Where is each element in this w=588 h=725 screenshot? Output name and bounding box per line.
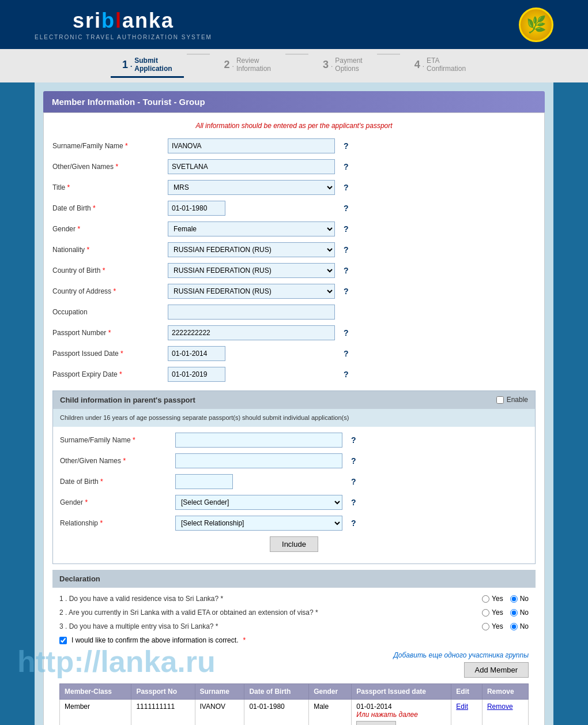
occupation-input-wrapper: [168, 305, 335, 320]
child-gender-label: Gender *: [60, 498, 175, 506]
child-gender-help-icon[interactable]: ?: [351, 498, 363, 507]
dob-input[interactable]: [168, 201, 225, 216]
gender-help-icon[interactable]: ?: [344, 224, 355, 234]
remove-link[interactable]: Remove: [487, 703, 513, 711]
country-birth-select-wrapper: RUSSIAN FEDERATION (RUS): [168, 263, 335, 278]
surname-input[interactable]: [168, 138, 335, 153]
nationality-row: Nationality * RUSSIAN FEDERATION (RUS) ?: [52, 242, 536, 257]
child-gender-select[interactable]: [Select Gender] Male Female: [175, 495, 342, 510]
child-dob-help-icon[interactable]: ?: [351, 477, 363, 486]
nationality-help-icon[interactable]: ?: [344, 245, 355, 254]
passport-number-input[interactable]: [168, 325, 335, 340]
title-select[interactable]: MR MRS MS DR: [168, 180, 335, 195]
yes-radio-2[interactable]: [482, 609, 489, 617]
child-relationship-row: Relationship * [Select Relationship] Son…: [60, 516, 528, 531]
yes-option-2[interactable]: Yes: [482, 608, 503, 617]
passport-issued-help-icon[interactable]: ?: [344, 349, 355, 358]
title-help-icon[interactable]: ?: [344, 183, 355, 192]
edit-link[interactable]: Edit: [456, 703, 468, 711]
child-section-header: Child information in parent's passport E…: [53, 391, 535, 409]
include-btn-wrapper: Include: [60, 536, 528, 552]
step-3[interactable]: 3 . PaymentOptions: [311, 54, 374, 78]
col-edit: Edit: [451, 684, 483, 700]
cell-remove[interactable]: Remove: [482, 700, 528, 725]
country-address-help-icon[interactable]: ?: [344, 287, 355, 296]
child-dob-input[interactable]: [175, 474, 233, 489]
logo: sriblanka ELECTRONIC TRAVEL AUTHORIZATIO…: [35, 9, 212, 40]
occupation-input[interactable]: [168, 305, 335, 320]
surname-row: Surname/Family Name * ?: [52, 138, 536, 153]
passport-issued-input[interactable]: [168, 346, 225, 361]
child-dob-row: Date of Birth * ?: [60, 474, 528, 489]
dob-help-icon[interactable]: ?: [344, 204, 355, 213]
yes-radio-1[interactable]: [482, 595, 489, 603]
cell-edit[interactable]: Edit: [451, 700, 483, 725]
country-address-row: Country of Address * RUSSIAN FEDERATION …: [52, 284, 536, 299]
declaration-options-2: Yes No: [482, 608, 529, 617]
step-1[interactable]: 1 . SubmitApplication: [111, 54, 184, 78]
passport-expiry-input[interactable]: [168, 367, 225, 382]
child-relationship-help-icon[interactable]: ?: [351, 519, 363, 528]
passport-number-help-icon[interactable]: ?: [344, 328, 355, 337]
child-form: Surname/Family Name * ? Other/Given Name…: [53, 427, 535, 564]
emblem: 🌿: [519, 7, 553, 42]
logo-subtitle: ELECTRONIC TRAVEL AUTHORIZATION SYSTEM: [35, 34, 212, 40]
surname-input-wrapper: [168, 138, 335, 153]
confirm-checkbox[interactable]: [59, 637, 67, 644]
nationality-select[interactable]: RUSSIAN FEDERATION (RUS): [168, 242, 335, 257]
passport-expiry-help-icon[interactable]: ?: [344, 370, 355, 379]
enable-checkbox[interactable]: [496, 396, 504, 404]
no-radio-2[interactable]: [510, 609, 518, 617]
declaration-question-2: 2 . Are you currently in Sri Lanka with …: [59, 608, 473, 617]
passport-expiry-row: Passport Expiry Date * ?: [52, 367, 536, 382]
country-birth-select[interactable]: RUSSIAN FEDERATION (RUS): [168, 263, 335, 278]
child-given-names-input[interactable]: [175, 453, 342, 468]
nationality-select-wrapper: RUSSIAN FEDERATION (RUS): [168, 242, 335, 257]
passport-issued-label: Passport Issued Date *: [52, 350, 168, 358]
occupation-label: Occupation: [52, 308, 168, 316]
no-option-3[interactable]: No: [510, 622, 529, 630]
no-radio-1[interactable]: [510, 595, 518, 603]
next-button[interactable]: Next: [356, 721, 396, 725]
occupation-row: Occupation: [52, 305, 536, 320]
country-birth-help-icon[interactable]: ?: [344, 266, 355, 275]
table-header-row: Member-Class Passport No Surname Date of…: [60, 684, 529, 700]
cell-gender: Male: [309, 700, 352, 725]
no-option-1[interactable]: No: [510, 595, 529, 603]
given-names-input-wrapper: [168, 159, 335, 174]
form-container: All information should be entered as per…: [43, 112, 545, 725]
given-names-label: Other/Given Names *: [52, 163, 168, 171]
yes-option-3[interactable]: Yes: [482, 622, 503, 630]
step-4[interactable]: 4 . ETAConfirmation: [403, 54, 477, 78]
yes-radio-3[interactable]: [482, 623, 489, 630]
surname-help-icon[interactable]: ?: [344, 141, 355, 151]
passport-issued-row: Passport Issued Date * ?: [52, 346, 536, 361]
no-radio-3[interactable]: [510, 623, 518, 630]
given-names-row: Other/Given Names * ?: [52, 159, 536, 174]
gender-select[interactable]: Male Female: [168, 221, 335, 236]
gender-label: Gender *: [52, 225, 168, 233]
passport-number-input-wrapper: [168, 325, 335, 340]
col-passport-issued: Passport Issued date: [352, 684, 451, 700]
add-member-button[interactable]: Add Member: [464, 662, 529, 678]
given-names-help-icon[interactable]: ?: [344, 162, 355, 171]
child-given-names-row: Other/Given Names * ?: [60, 453, 528, 468]
child-given-names-help-icon[interactable]: ?: [351, 456, 363, 465]
child-relationship-select[interactable]: [Select Relationship] Son Daughter: [175, 516, 342, 531]
country-address-select[interactable]: RUSSIAN FEDERATION (RUS): [168, 284, 335, 299]
declaration-options-3: Yes No: [482, 622, 529, 630]
child-surname-input[interactable]: [175, 433, 342, 448]
child-surname-help-icon[interactable]: ?: [351, 435, 363, 445]
dob-label: Date of Birth *: [52, 204, 168, 212]
declaration-row-1: 1 . Do you have a valid residence visa t…: [59, 595, 529, 603]
cell-passport: 1111111111: [131, 700, 195, 725]
child-surname-label: Surname/Family Name *: [60, 436, 175, 444]
yes-option-1[interactable]: Yes: [482, 595, 503, 603]
no-option-2[interactable]: No: [510, 608, 529, 617]
child-notice: Children under 16 years of age possessin…: [53, 409, 535, 427]
given-names-input[interactable]: [168, 159, 335, 174]
step-2[interactable]: 2 . ReviewInformation: [213, 54, 282, 78]
confirm-row: I would like to confirm the above inform…: [59, 636, 529, 644]
country-address-label: Country of Address *: [52, 287, 168, 295]
include-button[interactable]: Include: [270, 536, 318, 552]
